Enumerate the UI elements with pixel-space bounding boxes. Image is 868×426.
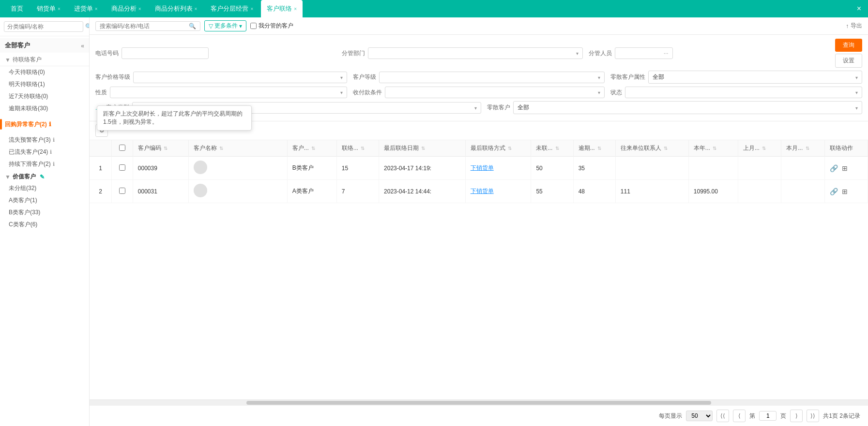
payment-select[interactable]	[385, 87, 605, 98]
action-link-icon-1[interactable]: 🔗	[830, 164, 838, 172]
tab-customer-stratification[interactable]: 客户分层经营 ×	[205, 0, 259, 17]
query-button[interactable]: 查询	[835, 39, 862, 52]
horizontal-scrollbar[interactable]	[90, 399, 868, 405]
action-grid-icon-1[interactable]: ⊞	[842, 164, 848, 172]
page-number-input[interactable]	[759, 411, 777, 421]
more-conditions-button[interactable]: ▽ 更多条件 ▾	[204, 20, 246, 31]
grade-select[interactable]	[379, 72, 605, 83]
page-size-select[interactable]: 50 20 100	[686, 411, 713, 421]
sidebar-item-churned[interactable]: 已流失客户(24) ℹ	[0, 146, 89, 158]
row-checkbox-2[interactable]	[119, 188, 125, 194]
cell-check-2[interactable]	[112, 180, 133, 203]
col-header-contact[interactable]: 联络... ⇅	[336, 140, 379, 157]
col-header-code[interactable]: 客户编码 ⇅	[133, 140, 188, 157]
close-tab-customer-contact[interactable]: ×	[294, 6, 297, 12]
col-header-unreached[interactable]: 未联... ⇅	[531, 140, 573, 157]
search-box[interactable]: 🔍	[95, 21, 200, 31]
sort-unit-icon[interactable]: ⇅	[664, 146, 668, 151]
info-icon-churned[interactable]: ℹ	[50, 149, 52, 155]
my-customers-checkbox-label[interactable]: 我分管的客户	[250, 22, 293, 30]
info-icon-churn[interactable]: ℹ	[53, 137, 55, 143]
sort-contact-icon[interactable]: ⇅	[361, 146, 365, 151]
info-icon-repurchase[interactable]: ℹ	[49, 121, 51, 128]
sort-overdue-icon[interactable]: ⇅	[597, 146, 601, 151]
retail-attr-select[interactable]: 全部	[648, 71, 862, 84]
cell-way-2[interactable]: 下销货单	[465, 180, 531, 203]
col-header-way[interactable]: 最后联络方式 ⇅	[465, 140, 531, 157]
manager-dots[interactable]: ···	[664, 50, 669, 57]
first-page-button[interactable]: ⟨⟨	[716, 410, 729, 422]
sort-way-icon[interactable]: ⇅	[508, 146, 512, 151]
sort-year-icon[interactable]: ⇅	[713, 146, 716, 151]
sort-type-icon[interactable]: ⇅	[311, 146, 315, 151]
sort-thismonth-icon[interactable]: ⇅	[806, 146, 809, 151]
sidebar-item-churn-warning[interactable]: 流失预警客户(3) ℹ	[0, 134, 89, 146]
sidebar-item-overdue-pending[interactable]: 逾期未联络(30)	[0, 103, 89, 115]
close-tab-product-analysis[interactable]: ×	[138, 6, 141, 12]
col-header-year[interactable]: 本年... ⇅	[688, 140, 738, 157]
sort-date-icon[interactable]: ⇅	[421, 146, 425, 151]
phone-input[interactable]	[122, 47, 209, 59]
sidebar-item-7days-pending[interactable]: 近7天待联络(0)	[0, 90, 89, 103]
info-icon-declining[interactable]: ℹ	[53, 161, 55, 167]
close-tab-customer-stratification[interactable]: ×	[250, 6, 253, 12]
group-value-customers[interactable]: ▼ 价值客户 ✎	[0, 170, 89, 182]
tab-sales-order[interactable]: 销货单 ×	[31, 0, 66, 17]
tab-customer-contact[interactable]: 客户联络 ×	[261, 0, 303, 17]
col-header-type[interactable]: 客户... ⇅	[287, 140, 336, 157]
sidebar-item-class-c[interactable]: C类客户(6)	[0, 219, 89, 231]
sort-unreached-icon[interactable]: ⇅	[555, 146, 559, 151]
close-tab-product-analysis-list[interactable]: ×	[195, 6, 198, 12]
close-tab-purchase-order[interactable]: ×	[95, 6, 98, 12]
sidebar-item-declining[interactable]: 持续下滑客户(2) ℹ	[0, 158, 89, 170]
my-customers-checkbox[interactable]	[250, 23, 257, 29]
action-grid-icon-2[interactable]: ⊞	[842, 188, 848, 195]
export-button[interactable]: ↑ 导出	[846, 22, 862, 30]
all-customers-header[interactable]: 全部客户	[0, 38, 89, 53]
search-input[interactable]	[100, 23, 187, 29]
row-checkbox-1[interactable]	[119, 164, 125, 171]
sidebar-search-input[interactable]	[4, 21, 83, 32]
search-icon[interactable]: 🔍	[189, 23, 196, 29]
col-header-lastmonth[interactable]: 上月... ⇅	[738, 140, 781, 157]
select-all-checkbox[interactable]	[119, 145, 125, 151]
col-header-thismonth[interactable]: 本月... ⇅	[781, 140, 824, 157]
sidebar-search-icon[interactable]: 🔍	[85, 23, 90, 30]
sort-code-icon[interactable]: ⇅	[164, 146, 168, 151]
settings-button[interactable]: 设置	[835, 54, 862, 68]
group-pending-contact[interactable]: ▼ 待联络客户	[0, 53, 89, 66]
tab-product-analysis-list[interactable]: 商品分析列表 ×	[149, 0, 203, 17]
tab-purchase-order[interactable]: 进货单 ×	[68, 0, 104, 17]
sidebar-item-class-a[interactable]: A类客户(1)	[0, 194, 89, 206]
col-header-date[interactable]: 最后联络日期 ⇅	[379, 140, 466, 157]
sidebar-item-ungrouped[interactable]: 未分组(32)	[0, 182, 89, 194]
sidebar-item-tomorrow-pending[interactable]: 明天待联络(1)	[0, 78, 89, 90]
retail-customer-select[interactable]: 全部	[513, 101, 862, 114]
group-repurchase-abnormal[interactable]: 回购异常客户(2) ℹ	[0, 117, 89, 132]
price-grade-select[interactable]	[133, 72, 347, 83]
sort-name-icon[interactable]: ⇅	[219, 146, 223, 151]
col-header-unit[interactable]: 往来单位联系人 ⇅	[615, 140, 688, 157]
way-link-1[interactable]: 下销货单	[471, 164, 494, 171]
dept-select[interactable]	[368, 47, 582, 59]
cell-way-1[interactable]: 下销货单	[465, 157, 531, 180]
last-page-button[interactable]: ⟩⟩	[807, 410, 819, 422]
action-link-icon-2[interactable]: 🔗	[830, 188, 838, 195]
next-page-button[interactable]: ⟩	[790, 410, 803, 422]
tab-product-analysis[interactable]: 商品分析 ×	[106, 0, 147, 17]
sort-lastmonth-icon[interactable]: ⇅	[762, 146, 766, 151]
col-header-name[interactable]: 客户名称 ⇅	[188, 140, 287, 157]
scroll-bar-handle[interactable]	[246, 401, 711, 405]
sidebar-item-today-pending[interactable]: 今天待联络(0)	[0, 66, 89, 78]
manager-select[interactable]: ···	[615, 47, 673, 59]
way-link-2[interactable]: 下销货单	[471, 188, 494, 194]
prev-page-button[interactable]: ⟨	[733, 410, 746, 422]
sidebar-collapse-icon[interactable]	[81, 42, 84, 49]
tab-home[interactable]: 首页	[5, 0, 29, 17]
edit-value-group-icon[interactable]: ✎	[40, 174, 45, 180]
window-close-button[interactable]: ×	[855, 2, 863, 15]
col-header-overdue[interactable]: 逾期... ⇅	[573, 140, 615, 157]
close-tab-sales-order[interactable]: ×	[58, 6, 61, 12]
cell-check-1[interactable]	[112, 157, 133, 180]
gender-select[interactable]	[110, 87, 347, 98]
